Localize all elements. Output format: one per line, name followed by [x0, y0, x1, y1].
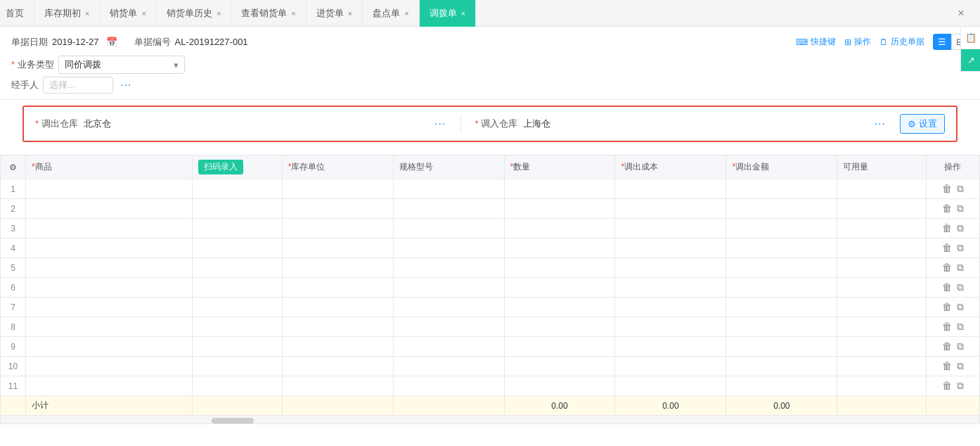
close-stock-check[interactable]: × [404, 9, 408, 18]
table-cell[interactable] [192, 238, 282, 258]
delete-icon[interactable]: 🗑 [942, 183, 952, 194]
warehouse-in-value[interactable]: 上海仓 [523, 117, 550, 130]
table-cell[interactable] [26, 376, 193, 396]
copy-icon[interactable]: ⧉ [957, 222, 964, 234]
table-cell[interactable] [615, 337, 726, 357]
tab-home[interactable]: 首页 [6, 0, 34, 27]
delete-icon[interactable]: 🗑 [942, 262, 952, 273]
table-cell[interactable] [282, 317, 393, 337]
table-cell[interactable] [192, 179, 282, 199]
table-cell[interactable] [192, 278, 282, 298]
table-cell[interactable] [393, 199, 504, 219]
copy-icon[interactable]: ⧉ [957, 340, 964, 352]
table-cell[interactable] [615, 199, 726, 219]
sidebar-doc-icon[interactable]: 📋 [961, 27, 980, 49]
table-cell[interactable] [726, 238, 837, 258]
close-transfer-order[interactable]: × [461, 9, 465, 18]
handler-input[interactable]: 选择... [43, 77, 113, 94]
copy-icon[interactable]: ⧉ [957, 360, 964, 371]
view-list-button[interactable]: ☰ [933, 34, 951, 50]
table-cell[interactable] [26, 298, 193, 317]
table-cell[interactable] [282, 258, 393, 278]
copy-icon[interactable]: ⧉ [957, 203, 964, 214]
table-cell[interactable] [393, 179, 504, 199]
tab-inventory-init[interactable]: 库存期初 × [34, 0, 100, 27]
table-cell[interactable] [504, 179, 615, 199]
table-cell[interactable] [615, 238, 726, 258]
tab-transfer-order[interactable]: 调拨单 × [420, 0, 476, 27]
operations-button[interactable]: ⊞ 操作 [844, 36, 871, 48]
copy-icon[interactable]: ⧉ [957, 321, 964, 332]
table-cell[interactable] [393, 258, 504, 278]
shortcuts-button[interactable]: ⌨ 快捷键 [796, 36, 836, 48]
copy-icon[interactable]: ⧉ [957, 262, 964, 273]
table-cell[interactable] [192, 376, 282, 396]
table-cell[interactable] [726, 357, 837, 376]
table-cell[interactable] [726, 219, 837, 238]
table-cell[interactable] [615, 219, 726, 238]
table-cell[interactable] [504, 376, 615, 396]
table-cell[interactable] [504, 337, 615, 357]
table-cell[interactable] [504, 199, 615, 219]
table-cell[interactable] [282, 278, 393, 298]
table-cell[interactable] [282, 238, 393, 258]
calendar-icon[interactable]: 📅 [106, 37, 117, 47]
table-cell[interactable] [726, 317, 837, 337]
copy-icon[interactable]: ⧉ [957, 301, 964, 312]
table-cell[interactable] [726, 278, 837, 298]
copy-icon[interactable]: ⧉ [957, 183, 964, 194]
table-cell[interactable] [26, 337, 193, 357]
table-cell[interactable] [192, 298, 282, 317]
table-cell[interactable] [726, 298, 837, 317]
sidebar-expand-icon[interactable]: ↗ [961, 49, 980, 72]
table-cell[interactable] [26, 199, 193, 219]
table-cell[interactable] [26, 278, 193, 298]
table-cell[interactable] [192, 219, 282, 238]
table-cell[interactable] [615, 376, 726, 396]
copy-icon[interactable]: ⧉ [957, 281, 964, 293]
table-cell[interactable] [726, 337, 837, 357]
tab-sales-order[interactable]: 销货单 × [100, 0, 156, 27]
table-cell[interactable] [726, 376, 837, 396]
table-cell[interactable] [26, 357, 193, 376]
table-cell[interactable] [26, 317, 193, 337]
delete-icon[interactable]: 🗑 [942, 203, 952, 214]
table-cell[interactable] [282, 179, 393, 199]
table-cell[interactable] [393, 298, 504, 317]
table-cell[interactable] [192, 357, 282, 376]
table-cell[interactable] [393, 278, 504, 298]
table-cell[interactable] [393, 357, 504, 376]
business-type-select[interactable]: 同价调拨 ▾ [58, 56, 185, 74]
table-cell[interactable] [192, 317, 282, 337]
table-cell[interactable] [615, 278, 726, 298]
table-cell[interactable] [504, 278, 615, 298]
delete-icon[interactable]: 🗑 [942, 222, 952, 234]
table-cell[interactable] [282, 219, 393, 238]
table-cell[interactable] [282, 199, 393, 219]
table-cell[interactable] [615, 298, 726, 317]
window-close-button[interactable]: × [948, 0, 974, 27]
table-cell[interactable] [504, 238, 615, 258]
delete-icon[interactable]: 🗑 [942, 242, 952, 253]
handler-more-icon[interactable]: ··· [120, 79, 131, 91]
table-cell[interactable] [282, 298, 393, 317]
close-purchase-order[interactable]: × [348, 9, 352, 18]
table-cell[interactable] [26, 258, 193, 278]
table-cell[interactable] [282, 376, 393, 396]
table-cell[interactable] [393, 219, 504, 238]
settings-button[interactable]: ⚙ 设置 [900, 114, 945, 134]
table-cell[interactable] [615, 258, 726, 278]
table-cell[interactable] [282, 337, 393, 357]
tab-sales-history[interactable]: 销货单历史 × [157, 0, 231, 27]
date-value[interactable]: 2019-12-27 [52, 37, 99, 47]
delete-icon[interactable]: 🗑 [942, 301, 952, 312]
col-gear[interactable]: ⚙ [1, 155, 26, 179]
table-cell[interactable] [726, 199, 837, 219]
delete-icon[interactable]: 🗑 [942, 321, 952, 332]
table-cell[interactable] [393, 376, 504, 396]
tab-view-sales[interactable]: 查看销货单 × [231, 0, 306, 27]
delete-icon[interactable]: 🗑 [942, 340, 952, 352]
table-cell[interactable] [615, 179, 726, 199]
table-cell[interactable] [615, 317, 726, 337]
table-cell[interactable] [726, 179, 837, 199]
